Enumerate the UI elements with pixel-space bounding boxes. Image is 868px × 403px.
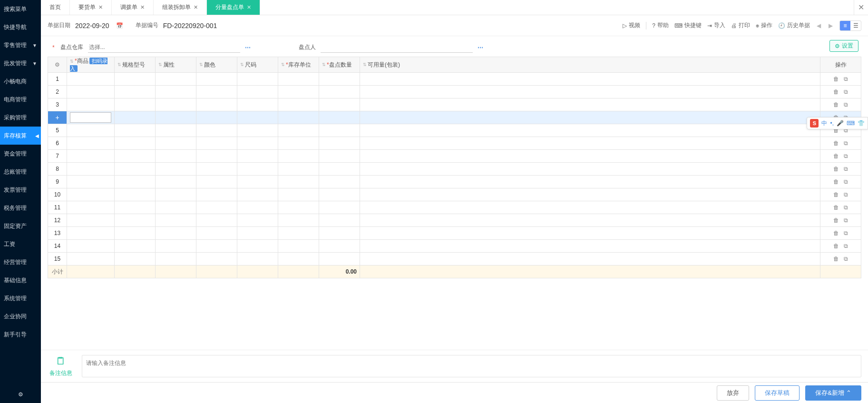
delete-row-icon[interactable]: 🗑 <box>833 166 839 172</box>
cell[interactable] <box>278 214 319 227</box>
cell[interactable] <box>156 73 196 86</box>
cell[interactable] <box>115 240 156 253</box>
cell[interactable] <box>278 137 319 150</box>
cell[interactable] <box>67 98 115 111</box>
help-button[interactable]: ?帮助 <box>652 21 669 29</box>
cell[interactable] <box>196 86 237 98</box>
cell[interactable] <box>319 214 360 227</box>
copy-row-icon[interactable]: ⧉ <box>844 76 848 82</box>
cell[interactable] <box>278 73 319 86</box>
cell[interactable] <box>156 176 196 188</box>
delete-row-icon[interactable]: 🗑 <box>833 256 839 262</box>
cell[interactable] <box>115 98 156 111</box>
sidebar-item-17[interactable]: 企业协同 <box>0 307 41 325</box>
shortcut-button[interactable]: ⌨快捷键 <box>674 21 702 29</box>
cell[interactable] <box>67 163 115 176</box>
cell[interactable] <box>319 98 360 111</box>
product-cell-input[interactable] <box>70 112 111 123</box>
cell[interactable] <box>319 188 360 201</box>
cell[interactable] <box>156 253 196 265</box>
cell[interactable] <box>115 201 156 214</box>
cell[interactable] <box>278 201 319 214</box>
view-list-button[interactable]: ≡ <box>840 21 850 30</box>
close-tab-icon[interactable]: ✕ <box>140 4 145 10</box>
cell[interactable] <box>156 137 196 150</box>
col-spec[interactable]: ⇅规格型号 <box>115 57 156 73</box>
sidebar-item-10[interactable]: 发票管理 <box>0 181 41 199</box>
cell[interactable] <box>237 163 278 176</box>
copy-row-icon[interactable]: ⧉ <box>844 230 848 236</box>
col-size[interactable]: ⇅尺码 <box>237 57 278 73</box>
sidebar-item-7[interactable]: 库存核算◀ <box>0 127 41 145</box>
col-attr[interactable]: ⇅属性 <box>156 57 196 73</box>
table-row[interactable]: 11🗑⧉ <box>48 201 861 214</box>
cell[interactable] <box>67 214 115 227</box>
delete-row-icon[interactable]: 🗑 <box>833 230 839 236</box>
cell[interactable] <box>360 240 820 253</box>
sidebar-settings-button[interactable]: ⚙ <box>0 386 41 403</box>
cell[interactable] <box>196 137 237 150</box>
table-row[interactable]: 1🗑⧉ <box>48 73 861 86</box>
cell[interactable] <box>360 137 820 150</box>
cell[interactable] <box>237 137 278 150</box>
table-row[interactable]: 7🗑⧉ <box>48 150 861 163</box>
sidebar-item-6[interactable]: 采购管理 <box>0 108 41 127</box>
cell[interactable] <box>156 163 196 176</box>
cell[interactable] <box>278 86 319 98</box>
counter-input[interactable] <box>321 42 473 53</box>
delete-row-icon[interactable]: 🗑 <box>833 217 839 224</box>
cell[interactable] <box>237 98 278 111</box>
counter-lookup-icon[interactable]: ⋯ <box>478 44 484 51</box>
cell[interactable] <box>67 176 115 188</box>
copy-row-icon[interactable]: ⧉ <box>844 204 848 211</box>
cell[interactable] <box>156 214 196 227</box>
cell[interactable] <box>237 176 278 188</box>
cell[interactable] <box>115 111 156 124</box>
cell[interactable] <box>196 150 237 163</box>
delete-row-icon[interactable]: 🗑 <box>833 204 839 211</box>
cell[interactable] <box>156 227 196 240</box>
copy-row-icon[interactable]: ⧉ <box>844 243 848 249</box>
cell[interactable] <box>278 111 319 124</box>
cell[interactable] <box>237 240 278 253</box>
cell[interactable] <box>237 73 278 86</box>
cell[interactable] <box>319 73 360 86</box>
cell[interactable] <box>360 163 820 176</box>
cell[interactable] <box>319 150 360 163</box>
cell[interactable] <box>237 124 278 137</box>
ime-toolbar[interactable]: S 中 •, 🎤 ⌨ 👕 <box>807 117 868 129</box>
copy-row-icon[interactable]: ⧉ <box>844 88 848 95</box>
copy-row-icon[interactable]: ⧉ <box>844 153 848 159</box>
delete-row-icon[interactable]: 🗑 <box>833 140 839 147</box>
sidebar-item-16[interactable]: 系统管理 <box>0 289 41 307</box>
table-row[interactable]: 6🗑⧉ <box>48 137 861 150</box>
cell[interactable] <box>278 163 319 176</box>
tab-1[interactable]: 要货单✕ <box>70 0 112 15</box>
delete-row-icon[interactable]: 🗑 <box>833 191 839 198</box>
copy-row-icon[interactable]: ⧉ <box>844 140 848 147</box>
operate-button[interactable]: ⎈操作 <box>756 21 772 29</box>
cell[interactable] <box>196 73 237 86</box>
cell[interactable] <box>278 124 319 137</box>
close-tab-icon[interactable]: ✕ <box>98 4 103 10</box>
cell[interactable] <box>196 98 237 111</box>
ime-mic-icon[interactable]: 🎤 <box>837 120 844 127</box>
cell[interactable] <box>237 86 278 98</box>
discard-button[interactable]: 放弃 <box>717 385 749 401</box>
cell[interactable] <box>278 253 319 265</box>
cell[interactable] <box>67 240 115 253</box>
cell[interactable] <box>319 124 360 137</box>
video-button[interactable]: ▷视频 <box>623 21 640 29</box>
cell[interactable] <box>156 98 196 111</box>
cell[interactable] <box>360 227 820 240</box>
cell[interactable] <box>196 253 237 265</box>
cell[interactable] <box>360 253 820 265</box>
cell[interactable] <box>115 137 156 150</box>
table-row[interactable]: 15🗑⧉ <box>48 253 861 265</box>
cell[interactable] <box>237 227 278 240</box>
cell[interactable] <box>156 188 196 201</box>
sidebar-item-12[interactable]: 固定资产 <box>0 217 41 235</box>
copy-row-icon[interactable]: ⧉ <box>844 256 848 262</box>
cell[interactable] <box>67 188 115 201</box>
view-card-button[interactable]: ☰ <box>850 21 861 30</box>
